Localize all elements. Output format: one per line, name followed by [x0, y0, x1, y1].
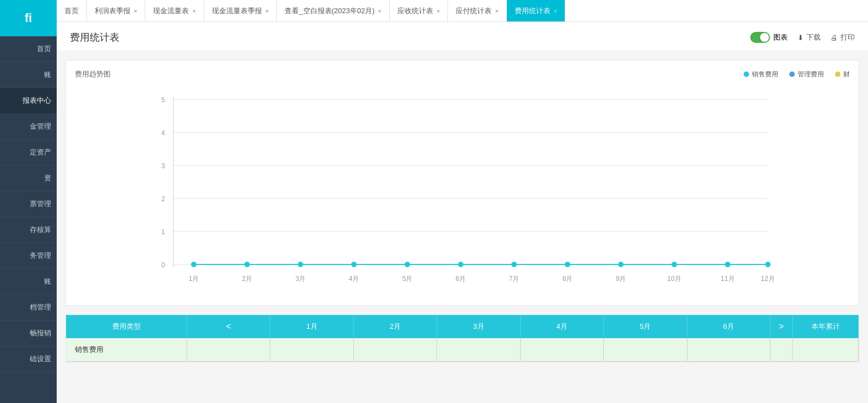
chart-toggle-wrap[interactable]: 图表 [750, 32, 788, 43]
legend-dot-finance [835, 71, 840, 77]
svg-point-26 [298, 262, 303, 267]
sidebar-item-report-center[interactable]: 报表中心 [0, 88, 57, 114]
th-m5: 5月 [604, 315, 687, 338]
th-prev-nav[interactable]: < [187, 315, 270, 338]
svg-point-34 [725, 262, 730, 267]
sidebar-item-expense-report[interactable]: 畅报销 [0, 321, 57, 346]
td-m5 [604, 338, 687, 362]
td-total [793, 338, 859, 362]
tab-cash-flow[interactable]: 现金流量表 × [145, 0, 204, 21]
chart-toggle[interactable] [750, 32, 770, 43]
legend-dot-sales [744, 71, 749, 77]
svg-text:2月: 2月 [242, 275, 253, 283]
close-tab-cash-flow[interactable]: × [192, 8, 195, 14]
svg-text:11月: 11月 [720, 275, 734, 283]
chart-title: 费用趋势图 [75, 69, 111, 79]
chart-section: 费用趋势图 销售费用 管理费用 财 [65, 60, 859, 306]
sidebar-item-account[interactable]: 账 [0, 62, 57, 88]
tab-payable-stat[interactable]: 应付统计表 × [448, 0, 506, 21]
close-tab-payable-stat[interactable]: × [495, 8, 498, 14]
svg-point-32 [618, 262, 624, 267]
svg-text:3月: 3月 [296, 275, 306, 283]
legend-sales: 销售费用 [744, 70, 778, 79]
svg-point-29 [458, 262, 463, 267]
tab-cash-flow-quarter[interactable]: 现金流量表季报 × [204, 0, 277, 21]
td-m1 [270, 338, 353, 362]
chart-header: 费用趋势图 销售费用 管理费用 财 [75, 69, 850, 79]
svg-text:9月: 9月 [616, 275, 626, 283]
close-tab-expense-stat[interactable]: × [554, 8, 557, 14]
sidebar-item-investment[interactable]: 资 [0, 165, 57, 191]
chart-legend: 销售费用 管理费用 财 [744, 70, 850, 79]
sidebar-item-fixed-assets[interactable]: 定资产 [0, 140, 57, 165]
close-tab-profit-quarter[interactable]: × [134, 8, 137, 14]
chart-canvas: 5 4 3 2 1 0 1月 2月 3月 [75, 86, 850, 296]
svg-point-24 [191, 262, 196, 267]
svg-text:10月: 10月 [667, 275, 681, 283]
sidebar-item-archive[interactable]: 档管理 [0, 295, 57, 321]
th-m1: 1月 [270, 315, 353, 338]
svg-point-33 [672, 262, 677, 267]
legend-admin: 管理费用 [789, 70, 824, 79]
th-next-nav[interactable]: > [771, 315, 793, 338]
legend-dot-admin [789, 71, 795, 77]
expense-table: 费用类型 < 1月 2月 3月 4月 5月 6月 > 本年累计 销售费用 [65, 314, 859, 362]
th-m6: 6月 [687, 315, 771, 338]
sidebar-item-ticket[interactable]: 票管理 [0, 191, 57, 217]
svg-text:2: 2 [161, 195, 165, 203]
close-tab-receivable[interactable]: × [436, 8, 440, 14]
download-icon: ⬇ [798, 34, 804, 42]
main-area: 首页 利润表季报 × 现金流量表 × 现金流量表季报 × 查看_空白报表(202… [57, 0, 868, 403]
content-area: 费用统计表 图表 ⬇ 下载 🖨 打印 费用趋势图 [57, 22, 868, 403]
svg-point-30 [511, 262, 517, 267]
tab-receivable[interactable]: 应收统计表 × [390, 0, 448, 21]
tab-home[interactable]: 首页 [57, 0, 87, 21]
svg-text:7月: 7月 [509, 275, 520, 283]
th-m3: 3月 [437, 315, 520, 338]
sidebar-item-settings[interactable]: 础设置 [0, 346, 57, 372]
th-m2: 2月 [354, 315, 437, 338]
svg-text:1: 1 [161, 228, 165, 236]
th-total: 本年累计 [793, 315, 859, 338]
td-m4 [521, 338, 604, 362]
page-title: 费用统计表 [70, 31, 119, 44]
svg-text:4月: 4月 [349, 275, 359, 283]
tab-blank-report[interactable]: 查看_空白报表(2023年02月) × [277, 0, 390, 21]
tab-expense-stat[interactable]: 费用统计表 × [507, 0, 565, 21]
svg-text:5: 5 [161, 96, 165, 104]
sidebar: fi 首页 账 报表中心 金管理 定资产 资 票管理 存核算 务管理 账 档管理… [0, 0, 57, 403]
tab-bar: 首页 利润表季报 × 现金流量表 × 现金流量表季报 × 查看_空白报表(202… [57, 0, 868, 22]
svg-point-35 [765, 262, 771, 267]
sidebar-item-fund[interactable]: 金管理 [0, 114, 57, 140]
sidebar-item-payable[interactable]: 账 [0, 269, 57, 295]
sidebar-logo: fi [0, 0, 57, 36]
svg-point-25 [244, 262, 250, 267]
sidebar-item-service[interactable]: 务管理 [0, 243, 57, 269]
chart-toggle-label: 图表 [773, 32, 788, 42]
print-icon: 🖨 [831, 34, 838, 42]
svg-point-28 [405, 262, 410, 267]
sidebar-item-home[interactable]: 首页 [0, 36, 57, 62]
close-tab-cash-flow-quarter[interactable]: × [265, 8, 269, 14]
td-nav2-empty [771, 338, 793, 362]
close-tab-blank-report[interactable]: × [378, 8, 381, 14]
svg-text:6月: 6月 [456, 275, 466, 283]
svg-text:4: 4 [161, 129, 165, 137]
tab-profit-quarter[interactable]: 利润表季报 × [87, 0, 145, 21]
table-header-row: 费用类型 < 1月 2月 3月 4月 5月 6月 > 本年累计 [66, 315, 859, 338]
chart-svg: 5 4 3 2 1 0 1月 2月 3月 [75, 86, 850, 295]
th-m4: 4月 [521, 315, 604, 338]
page-header: 费用统计表 图表 ⬇ 下载 🖨 打印 [57, 22, 868, 51]
svg-text:5月: 5月 [402, 275, 413, 283]
td-type: 销售费用 [66, 338, 187, 362]
svg-point-27 [351, 262, 357, 267]
header-actions: 图表 ⬇ 下载 🖨 打印 [750, 32, 855, 43]
download-button[interactable]: ⬇ 下载 [798, 32, 821, 42]
print-button[interactable]: 🖨 打印 [831, 32, 855, 42]
legend-finance: 财 [835, 70, 850, 79]
td-m3 [437, 338, 520, 362]
sidebar-item-inventory[interactable]: 存核算 [0, 217, 57, 243]
table-row: 销售费用 [66, 338, 859, 362]
svg-text:1月: 1月 [189, 275, 199, 283]
th-type: 费用类型 [66, 315, 187, 338]
